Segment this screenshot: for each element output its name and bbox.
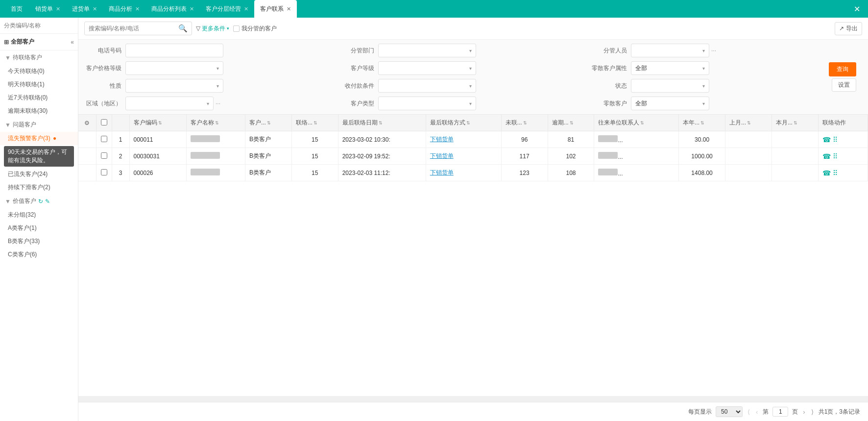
row-checkbox[interactable] bbox=[101, 169, 107, 175]
sidebar-item-declining[interactable]: 持续下滑客户(2) bbox=[0, 181, 78, 194]
filter-region-dots-icon[interactable]: ··· bbox=[214, 100, 222, 107]
col-contact[interactable]: 联络... ⇅ bbox=[291, 115, 338, 131]
sidebar-all-customers[interactable]: ⊞ 全部客户 « bbox=[0, 34, 78, 50]
col-name[interactable]: 客户名称 ⇅ bbox=[187, 115, 245, 131]
sidebar-item-churn-warning[interactable]: 流失预警客户(3) ● bbox=[0, 132, 78, 145]
contact-icon[interactable]: ☎ bbox=[822, 169, 831, 177]
col-unit-contact[interactable]: 往来单位联系人 ⇅ bbox=[594, 115, 679, 131]
prev-page-button[interactable]: ‹ bbox=[755, 408, 759, 416]
col-checkbox[interactable] bbox=[96, 115, 112, 131]
row-checkbox-cell[interactable] bbox=[96, 165, 112, 181]
last-page-button[interactable]: ⟩ bbox=[810, 408, 815, 416]
col-this-year[interactable]: 本年... ⇅ bbox=[679, 115, 725, 131]
col-last-month[interactable]: 上月... ⇅ bbox=[725, 115, 772, 131]
filter-status-select[interactable]: ▾ bbox=[631, 79, 709, 93]
close-tab-customer-contact[interactable]: ✕ bbox=[287, 6, 291, 12]
col-last-contact-date[interactable]: 最后联络日期 ⇅ bbox=[338, 115, 426, 131]
row-method-cell[interactable]: 下销货单 bbox=[426, 165, 501, 181]
query-button[interactable]: 查询 bbox=[829, 62, 856, 76]
chevron-down-icon: ▾ bbox=[207, 101, 209, 106]
close-tab-customer-layer[interactable]: ✕ bbox=[244, 6, 248, 12]
tab-home[interactable]: 首页 bbox=[4, 0, 29, 18]
sidebar-group-value-header[interactable]: ▼ 价值客户 ↻ ✎ bbox=[0, 194, 78, 208]
filter-retail-attr-select[interactable]: 全部 ▾ bbox=[631, 61, 709, 75]
row-checkbox-cell[interactable] bbox=[96, 148, 112, 165]
filter-customer-level-select[interactable]: ▾ bbox=[378, 61, 476, 75]
sidebar-item-churned[interactable]: 已流失客户(24) bbox=[0, 168, 78, 181]
filter-customer-type-select[interactable]: ▾ bbox=[378, 97, 476, 110]
contact-icon[interactable]: ☎ bbox=[822, 136, 831, 144]
filter-phone-input[interactable] bbox=[125, 44, 223, 57]
sidebar-item-b-class[interactable]: B类客户(33) bbox=[0, 235, 78, 248]
sidebar-search-input[interactable] bbox=[4, 22, 77, 29]
sort-icon: ⇅ bbox=[570, 121, 574, 125]
close-tab-sales[interactable]: ✕ bbox=[56, 6, 60, 12]
close-tab-purchase[interactable]: ✕ bbox=[93, 6, 97, 12]
close-tab-goods-analysis[interactable]: ✕ bbox=[135, 6, 140, 12]
sidebar-item-tomorrow[interactable]: 明天待联络(1) bbox=[0, 78, 78, 91]
select-all-checkbox[interactable] bbox=[101, 119, 107, 125]
col-this-month[interactable]: 本月... ⇅ bbox=[772, 115, 818, 131]
filter-dept-select[interactable]: ▾ bbox=[378, 44, 476, 57]
filter-actions: 查询 设置 bbox=[825, 44, 860, 110]
sidebar-item-ungrouped[interactable]: 未分组(32) bbox=[0, 208, 78, 222]
refresh-icon[interactable]: ↻ bbox=[38, 198, 43, 205]
sidebar-item-7days[interactable]: 近7天待联络(0) bbox=[0, 91, 78, 104]
search-button[interactable]: 🔍 bbox=[178, 24, 188, 33]
filter-dots-icon[interactable]: ··· bbox=[709, 47, 718, 54]
filter-price-level-select[interactable]: ▾ bbox=[125, 61, 223, 75]
col-last-contact-method[interactable]: 最后联络方式 ⇅ bbox=[426, 115, 501, 131]
sidebar-item-overdue[interactable]: 逾期未联络(30) bbox=[0, 104, 78, 118]
tab-goods-analysis[interactable]: 商品分析 ✕ bbox=[103, 0, 145, 18]
export-button[interactable]: ↗ 导出 bbox=[835, 22, 862, 35]
tab-customer-contact[interactable]: 客户联系 ✕ bbox=[254, 0, 297, 18]
more-conditions-button[interactable]: ▽ 更多条件 ▾ bbox=[196, 25, 229, 33]
tab-goods-analysis-list[interactable]: 商品分析列表 ✕ bbox=[145, 0, 200, 18]
filter-row-4: 区域（地区） ▾ ··· 客户类型 ▾ bbox=[86, 97, 825, 110]
row-method-cell[interactable]: 下销货单 bbox=[426, 131, 501, 148]
col-uncontacted[interactable]: 未联... ⇅ bbox=[501, 115, 548, 131]
col-settings[interactable]: ⚙ bbox=[78, 115, 96, 131]
col-type[interactable]: 客户... ⇅ bbox=[245, 115, 291, 131]
row-settings-cell bbox=[78, 165, 96, 181]
page-number-input[interactable] bbox=[772, 407, 788, 417]
horizontal-scrollbar[interactable] bbox=[78, 396, 868, 402]
tab-purchase[interactable]: 进货单 ✕ bbox=[66, 0, 103, 18]
filter-payment-select[interactable]: ▾ bbox=[378, 79, 476, 93]
sidebar-item-c-class[interactable]: C类客户(6) bbox=[0, 248, 78, 261]
filter-manager-select[interactable]: ▾ bbox=[631, 44, 709, 57]
row-checkbox[interactable] bbox=[101, 152, 107, 159]
sidebar-group-pending-header[interactable]: ▼ 待联络客户 bbox=[0, 50, 78, 65]
search-input[interactable] bbox=[89, 25, 178, 32]
sidebar-item-a-class[interactable]: A类客户(1) bbox=[0, 222, 78, 235]
sidebar-item-today[interactable]: 今天待联络(0) bbox=[0, 65, 78, 78]
tab-customer-layer[interactable]: 客户分层经营 ✕ bbox=[200, 0, 254, 18]
page-size-select[interactable]: 50 100 bbox=[716, 406, 743, 417]
row-checkbox[interactable] bbox=[101, 136, 107, 142]
filter-manager-label: 分管人员 bbox=[592, 47, 631, 55]
more-actions-icon[interactable]: ⠿ bbox=[833, 169, 838, 177]
edit-icon[interactable]: ✎ bbox=[45, 198, 50, 205]
tab-sales[interactable]: 销货单 ✕ bbox=[29, 0, 66, 18]
my-customers-checkbox[interactable]: 我分管的客户 bbox=[233, 25, 277, 33]
col-overdue[interactable]: 逾期... ⇅ bbox=[548, 115, 594, 131]
filter-retail-customer-select[interactable]: 全部 ▾ bbox=[631, 97, 709, 110]
more-actions-icon[interactable]: ⠿ bbox=[833, 136, 838, 144]
sort-icon: ⇅ bbox=[215, 121, 219, 125]
filter-region-select[interactable]: ▾ bbox=[125, 97, 214, 110]
next-page-button[interactable]: › bbox=[802, 408, 806, 416]
close-tab-goods-list[interactable]: ✕ bbox=[190, 6, 194, 12]
row-method-cell[interactable]: 下销货单 bbox=[426, 148, 501, 165]
first-page-button[interactable]: ⟨ bbox=[747, 408, 751, 416]
contact-icon[interactable]: ☎ bbox=[822, 152, 831, 160]
sort-icon: ⇅ bbox=[267, 121, 271, 125]
collapse-icon[interactable]: « bbox=[71, 39, 74, 46]
row-checkbox-cell[interactable] bbox=[96, 131, 112, 148]
window-close-button[interactable]: ✕ bbox=[850, 4, 864, 14]
more-actions-icon[interactable]: ⠿ bbox=[833, 152, 838, 160]
col-code[interactable]: 客户编码 ⇅ bbox=[129, 115, 187, 131]
sort-icon: ⇅ bbox=[523, 121, 527, 125]
settings-button[interactable]: 设置 bbox=[832, 78, 856, 92]
filter-nature-select[interactable]: ▾ bbox=[125, 79, 223, 93]
sidebar-group-problem-header[interactable]: ▼ 问题客户 bbox=[0, 118, 78, 132]
